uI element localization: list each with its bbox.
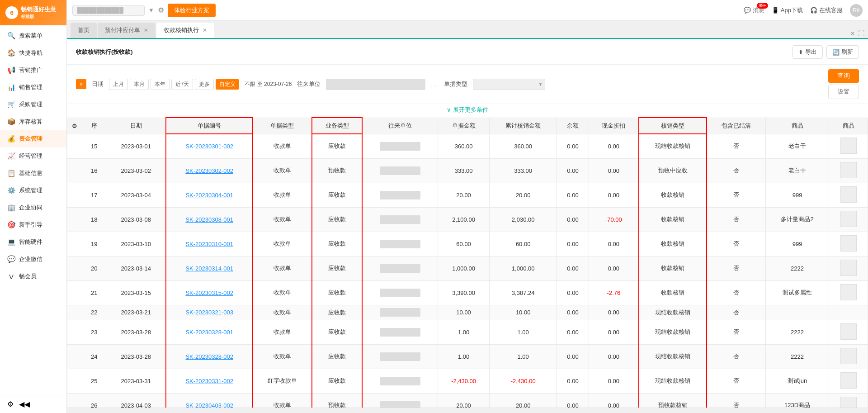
cell-balance: 0.00 <box>557 207 589 232</box>
date-this-year[interactable]: 本年 <box>151 79 170 90</box>
online-service-btn[interactable]: 🎧 在线客服 <box>810 6 843 14</box>
gear-icon[interactable]: ⚙ <box>158 6 164 14</box>
date-more[interactable]: 更多 <box>195 79 214 90</box>
cell-no: 20 <box>82 256 106 280</box>
dropdown-icon[interactable]: ▼ <box>148 7 154 14</box>
bill-no-link[interactable]: SK-20230328-001 <box>185 329 233 336</box>
sidebar-item-search[interactable]: 🔍搜索菜单 <box>0 27 66 44</box>
bill-no-link[interactable]: SK-20230304-001 <box>185 192 233 199</box>
cell-bill-amt: 20.00 <box>438 183 489 207</box>
tab-receipt-close[interactable]: ✕ <box>203 27 207 33</box>
cell-biz-type: 应收款 <box>312 183 362 207</box>
cell-accum-amt: 3,387.24 <box>490 280 557 305</box>
h-scrollbar[interactable] <box>67 408 868 413</box>
sidebar-item-quick[interactable]: 🏠快捷导航 <box>0 44 66 62</box>
cell-date: 2023-03-31 <box>106 369 166 393</box>
message-icon: 💬 <box>744 7 751 14</box>
query-btn[interactable]: 查询 <box>828 69 859 83</box>
sidebar-item-system[interactable]: ⚙️系统管理 <box>0 182 66 199</box>
bill-type-select[interactable] <box>473 79 545 90</box>
cell-product: 测试jun <box>765 369 829 393</box>
cell-bill-no: SK-20230328-002 <box>166 344 253 369</box>
cell-include-settled: 否 <box>707 158 765 183</box>
cell-cash-disc: 0.00 <box>589 369 639 393</box>
cell-cancel-type: 预收款核销 <box>639 393 707 408</box>
cell-cash-disc: 0.00 <box>589 183 639 207</box>
cell-product: 2222 <box>765 344 829 369</box>
sidebar-item-guide[interactable]: 🎯新手引导 <box>0 216 66 233</box>
message-btn[interactable]: 💬 消息 99+ <box>744 6 764 14</box>
bill-no-link[interactable]: SK-20230328-002 <box>185 353 233 360</box>
sidebar-label-wechat: 企业微信 <box>19 255 42 263</box>
app-download-btn[interactable]: 📱 App下载 <box>772 6 803 14</box>
tab-prepay-close[interactable]: ✕ <box>144 27 148 33</box>
cell-gear <box>67 134 82 158</box>
bill-no-link[interactable]: SK-20230403-002 <box>185 402 233 408</box>
tab-close-all-icon[interactable]: ✕ <box>850 30 855 37</box>
date-last-month[interactable]: 上月 <box>109 79 128 90</box>
bill-no-link[interactable]: SK-20230321-003 <box>185 309 233 316</box>
bill-no-link[interactable]: SK-20230302-002 <box>185 167 233 174</box>
sidebar-item-wechat[interactable]: 💬企业微信 <box>0 251 66 268</box>
tab-home[interactable]: 首页 <box>71 23 97 38</box>
cell-product: 123D商品 <box>765 393 829 408</box>
filter-toggle-btn[interactable]: » <box>76 79 86 89</box>
sidebar-item-corp[interactable]: 🏢企业协同 <box>0 199 66 216</box>
inventory-icon: 📦 <box>7 118 15 126</box>
export-btn[interactable]: ⬆ 导出 <box>793 45 823 59</box>
col-bill-amt: 单据金额 <box>438 118 489 134</box>
settings-icon[interactable]: ⚙ <box>7 400 14 408</box>
set-btn[interactable]: 设置 <box>828 85 859 99</box>
col-gear[interactable]: ⚙ <box>67 118 82 134</box>
finance-icon: 💰 <box>7 135 15 143</box>
bill-no-link[interactable]: SK-20230301-002 <box>185 143 233 150</box>
date-custom[interactable]: 自定义 <box>216 79 239 90</box>
sidebar-item-member[interactable]: V畅会员 <box>0 268 66 285</box>
sidebar-item-inventory[interactable]: 📦库存核算 <box>0 113 66 130</box>
cell-bill-amt: 60.00 <box>438 232 489 256</box>
sidebar-item-finance[interactable]: 💰资金管理 <box>0 130 66 147</box>
cell-unit: ████████ <box>362 232 438 256</box>
cell-cancel-type: 现结收款核销 <box>639 369 707 393</box>
bill-no-link[interactable]: SK-20230315-002 <box>185 290 233 296</box>
bill-no-link[interactable]: SK-20230331-002 <box>185 378 233 385</box>
cell-no: 23 <box>82 320 106 344</box>
sidebar-item-basic[interactable]: 📋基础信息 <box>0 165 66 182</box>
tab-prepay[interactable]: 预付冲应付单 ✕ <box>98 23 156 38</box>
cell-product: 多计量商品2 <box>765 207 829 232</box>
bill-no-link[interactable]: SK-20230308-001 <box>185 216 233 223</box>
cell-bill-type: 收款单 <box>253 280 312 305</box>
cell-product: 测试多属性 <box>765 280 829 305</box>
tab-receipt[interactable]: 收款核销执行 ✕ <box>156 23 214 38</box>
cell-product2 <box>829 393 868 408</box>
bill-no-link[interactable]: SK-20230314-001 <box>185 265 233 272</box>
sidebar-item-hardware[interactable]: 💻智能硬件 <box>0 233 66 251</box>
industry-btn[interactable]: 体验行业方案 <box>168 4 216 17</box>
date-7days[interactable]: 近7天 <box>171 79 193 90</box>
sidebar-item-purchase[interactable]: 🛒采购管理 <box>0 96 66 113</box>
table-area: ⚙ 序 日期 单据编号 单据类型 业务类型 往来单位 单据金额 累计核销金额 余… <box>67 117 868 408</box>
cell-include-settled: 否 <box>707 305 765 320</box>
cell-cancel-type: 现结收款核销 <box>639 305 707 320</box>
unit-label: 往来单位 <box>297 80 321 88</box>
address-bar[interactable]: ████████████ <box>72 5 145 16</box>
sidebar-item-sales[interactable]: 📊销售管理 <box>0 79 66 96</box>
cell-no: 15 <box>82 134 106 158</box>
collapse-icon[interactable]: ◀◀ <box>19 400 30 408</box>
user-avatar[interactable]: Rit <box>850 4 863 17</box>
col-bill-no: 单据编号 <box>166 118 253 134</box>
unit-input[interactable] <box>326 79 425 90</box>
cell-no: 17 <box>82 183 106 207</box>
refresh-btn[interactable]: 🔄 刷新 <box>826 45 859 59</box>
cell-accum-amt: 333.00 <box>490 158 557 183</box>
sidebar-label-system: 系统管理 <box>19 186 42 195</box>
service-label: 在线客服 <box>819 6 843 14</box>
expand-more-btn[interactable]: ∨ 展开更多条件 <box>447 106 488 114</box>
bill-no-link[interactable]: SK-20230310-001 <box>185 241 233 247</box>
sidebar-item-operation[interactable]: 📈经营管理 <box>0 147 66 165</box>
table-row: 22 2023-03-21 SK-20230321-003 收款单 应收款 ██… <box>67 305 868 320</box>
date-this-month[interactable]: 本月 <box>130 79 149 90</box>
sidebar-item-marketing[interactable]: 📢营销推广 <box>0 62 66 79</box>
cell-biz-type: 应收款 <box>312 305 362 320</box>
tab-expand-icon[interactable]: ⛶ <box>858 30 864 37</box>
